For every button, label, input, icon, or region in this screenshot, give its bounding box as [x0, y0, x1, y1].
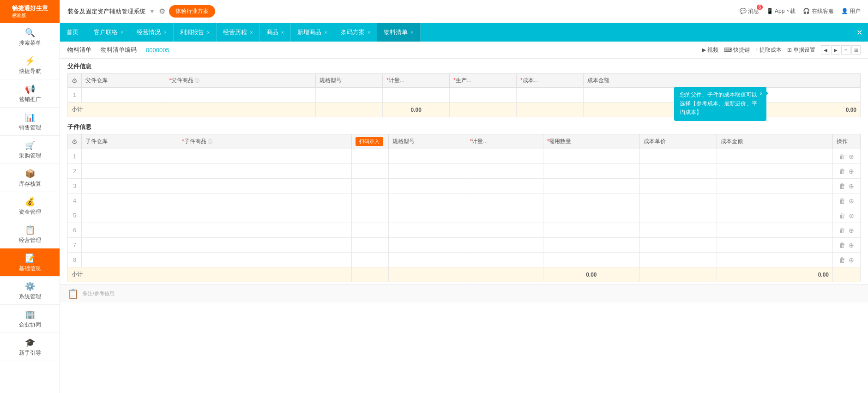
child-row-2-qty[interactable] — [543, 164, 639, 179]
sidebar-item-search[interactable]: 🔍搜索菜单 — [0, 23, 60, 51]
child-row-7-scan[interactable] — [352, 238, 389, 253]
parent-row-1-unit[interactable] — [383, 88, 450, 103]
child-row-1-scan[interactable] — [352, 149, 389, 164]
extract-cost-btn[interactable]: ↑ 提取成本 — [755, 46, 782, 54]
child-row-1-amount[interactable] — [717, 149, 833, 164]
child-row-5-qty[interactable] — [543, 208, 639, 223]
child-row-4-unitcost[interactable] — [639, 193, 717, 208]
child-row-1-spec[interactable] — [389, 149, 466, 164]
sidebar-item-quick-nav[interactable]: ⚡快捷导航 — [0, 51, 60, 79]
child-row-8-qty[interactable] — [543, 253, 639, 267]
child-row-5-unitcost[interactable] — [639, 208, 717, 223]
child-row-3-spec[interactable] — [389, 179, 466, 193]
child-row-6-delete-btn[interactable]: 🗑 — [839, 227, 845, 234]
nav-tab-1[interactable]: 客户联络× — [87, 23, 130, 42]
parent-gear-icon[interactable]: ⚙ — [72, 77, 78, 85]
child-row-4-warehouse[interactable] — [82, 193, 178, 208]
child-row-5-product[interactable] — [178, 208, 352, 223]
child-row-7-unitcost[interactable] — [639, 238, 717, 253]
child-row-3-qty[interactable] — [543, 179, 639, 193]
child-row-2-scan[interactable] — [352, 164, 389, 179]
child-row-3-copy-btn[interactable]: ⊕ — [849, 182, 854, 190]
nav-tab-7[interactable]: 条码方案× — [334, 23, 377, 42]
tab-close-7[interactable]: × — [368, 30, 370, 35]
child-row-6-copy-btn[interactable]: ⊕ — [849, 227, 854, 234]
child-row-3-unitcost[interactable] — [639, 179, 717, 193]
nav-tab-4[interactable]: 经营历程× — [217, 23, 259, 42]
close-all-tabs[interactable]: ✕ — [851, 28, 868, 37]
sidebar-item-system[interactable]: ⚙️系统管理 — [0, 277, 60, 305]
child-row-5-delete-btn[interactable]: 🗑 — [839, 212, 845, 219]
sidebar-item-basic-info[interactable]: 📝基础信息 — [0, 248, 60, 277]
child-row-4-delete-btn[interactable]: 🗑 — [839, 197, 845, 205]
child-row-8-spec[interactable] — [389, 253, 466, 267]
tab-close-1[interactable]: × — [121, 30, 123, 35]
child-row-4-spec[interactable] — [389, 193, 466, 208]
child-row-1-warehouse[interactable] — [82, 149, 178, 164]
tab-close-6[interactable]: × — [324, 30, 327, 35]
child-row-2-spec[interactable] — [389, 164, 466, 179]
tab-close-4[interactable]: × — [250, 30, 253, 35]
nav-tab-3[interactable]: 利润报告× — [174, 23, 217, 42]
child-row-4-scan[interactable] — [352, 193, 389, 208]
child-row-6-product[interactable] — [178, 223, 352, 238]
nav-tab-2[interactable]: 经营情况× — [130, 23, 173, 42]
parent-row-1-product[interactable] — [165, 88, 316, 103]
child-row-8-copy-btn[interactable]: ⊕ — [849, 256, 854, 264]
child-row-4-product[interactable] — [178, 193, 352, 208]
child-row-5-amount[interactable] — [717, 208, 833, 223]
child-row-1-copy-btn[interactable]: ⊕ — [849, 153, 854, 160]
child-row-8-unitcost[interactable] — [639, 253, 717, 267]
sidebar-item-newbie[interactable]: 🎓新手引导 — [0, 333, 60, 361]
sidebar-item-sales[interactable]: 📊销售管理 — [0, 108, 60, 136]
nav-expand-btn[interactable]: ⊞ — [851, 45, 861, 54]
child-row-4-unit[interactable] — [466, 193, 543, 208]
nav-tab-5[interactable]: 商品× — [260, 23, 291, 42]
child-row-6-scan[interactable] — [352, 223, 389, 238]
child-row-8-unit[interactable] — [466, 253, 543, 267]
child-row-6-unitcost[interactable] — [639, 223, 717, 238]
messages-btn[interactable]: 💬 消息 6 — [740, 7, 759, 15]
sidebar-item-purchase[interactable]: 🛒采购管理 — [0, 136, 60, 164]
sidebar-item-inventory[interactable]: 📦库存核算 — [0, 164, 60, 192]
child-row-2-unitcost[interactable] — [639, 164, 717, 179]
child-row-1-product[interactable] — [178, 149, 352, 164]
child-row-6-amount[interactable] — [717, 223, 833, 238]
parent-row-1-spec[interactable] — [316, 88, 383, 103]
child-row-1-delete-btn[interactable]: 🗑 — [839, 153, 845, 160]
child-row-2-amount[interactable] — [717, 164, 833, 179]
online-service-btn[interactable]: 🎧 在线客服 — [803, 7, 833, 15]
child-row-1-qty[interactable] — [543, 149, 639, 164]
nav-tab-8[interactable]: 物料清单× — [377, 23, 420, 42]
child-row-5-warehouse[interactable] — [82, 208, 178, 223]
try-button[interactable]: 体验行业方案 — [169, 5, 215, 18]
child-row-4-copy-btn[interactable]: ⊕ — [849, 197, 854, 205]
sidebar-item-operations[interactable]: 📋经营管理 — [0, 220, 60, 248]
parent-row-1-cost[interactable] — [517, 88, 584, 103]
child-row-8-warehouse[interactable] — [82, 253, 178, 267]
child-row-3-amount[interactable] — [717, 179, 833, 193]
child-row-1-unitcost[interactable] — [639, 149, 717, 164]
child-row-5-copy-btn[interactable]: ⊕ — [849, 212, 854, 219]
child-row-3-unit[interactable] — [466, 179, 543, 193]
nav-next-btn[interactable]: ▶ — [831, 45, 840, 54]
tab-close-3[interactable]: × — [207, 30, 210, 35]
child-row-5-unit[interactable] — [466, 208, 543, 223]
child-row-2-unit[interactable] — [466, 164, 543, 179]
child-row-7-amount[interactable] — [717, 238, 833, 253]
child-row-4-qty[interactable] — [543, 193, 639, 208]
child-row-4-amount[interactable] — [717, 193, 833, 208]
parent-row-1-produce[interactable] — [450, 88, 517, 103]
child-row-6-spec[interactable] — [389, 223, 466, 238]
tab-close-2[interactable]: × — [163, 30, 166, 35]
child-row-2-warehouse[interactable] — [82, 164, 178, 179]
child-row-7-qty[interactable] — [543, 238, 639, 253]
child-row-7-delete-btn[interactable]: 🗑 — [839, 242, 845, 249]
view-btn[interactable]: ▶ 视频 — [702, 46, 718, 54]
child-row-8-delete-btn[interactable]: 🗑 — [839, 256, 845, 264]
parent-row-1-warehouse[interactable] — [82, 88, 165, 103]
child-row-7-copy-btn[interactable]: ⊕ — [849, 242, 854, 249]
dropdown-arrow[interactable]: ▼ — [149, 8, 155, 15]
child-row-8-product[interactable] — [178, 253, 352, 267]
child-row-5-scan[interactable] — [352, 208, 389, 223]
